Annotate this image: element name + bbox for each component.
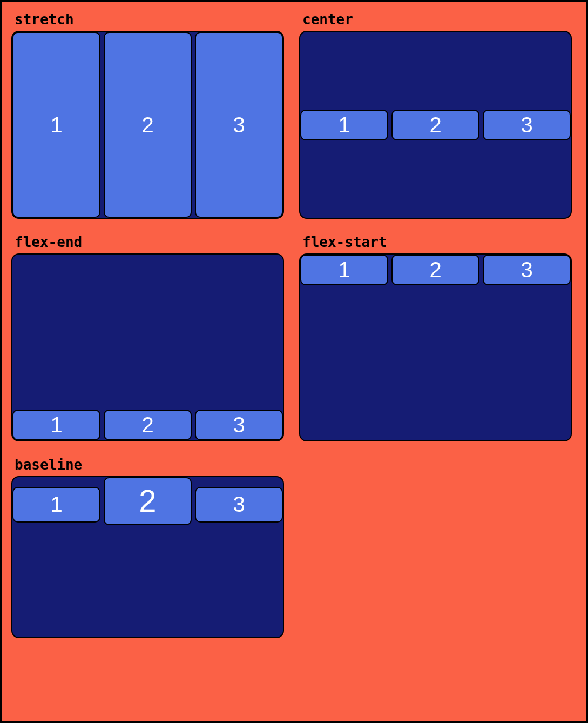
panel-flex-start: flex-start 1 2 3 (299, 234, 572, 441)
panel-center: center 1 2 3 (299, 11, 572, 219)
flex-item: 3 (483, 255, 571, 285)
flex-item: 1 (12, 32, 100, 218)
panel-label: flex-start (302, 234, 572, 250)
flex-item: 1 (300, 255, 388, 285)
flex-container-stretch: 1 2 3 (11, 31, 284, 219)
flex-item: 2 (104, 32, 192, 218)
panel-flex-end: flex-end 1 2 3 (11, 234, 284, 441)
flex-item: 1 (12, 410, 100, 440)
flex-item: 3 (483, 110, 571, 140)
flex-item: 2 (391, 110, 479, 140)
flex-item: 3 (195, 410, 283, 440)
flex-item: 1 (300, 110, 388, 140)
flex-item: 3 (195, 32, 283, 218)
panel-label: stretch (15, 11, 284, 28)
flex-container-flex-start: 1 2 3 (299, 253, 572, 441)
flex-container-baseline: 1 2 3 (11, 476, 284, 638)
flex-item-big: 2 (104, 477, 192, 525)
panel-baseline: baseline 1 2 3 (11, 457, 284, 638)
flex-item: 1 (12, 487, 100, 523)
diagram-grid: stretch 1 2 3 center 1 2 3 flex-end 1 2 … (11, 11, 577, 638)
panel-label: baseline (15, 457, 284, 473)
flex-item: 3 (195, 487, 283, 523)
flex-item: 2 (104, 410, 192, 440)
flex-container-center: 1 2 3 (299, 31, 572, 219)
flex-item: 2 (391, 255, 479, 285)
flex-container-flex-end: 1 2 3 (11, 253, 284, 441)
panel-stretch: stretch 1 2 3 (11, 11, 284, 219)
panel-label: center (302, 11, 572, 28)
panel-label: flex-end (15, 234, 284, 250)
